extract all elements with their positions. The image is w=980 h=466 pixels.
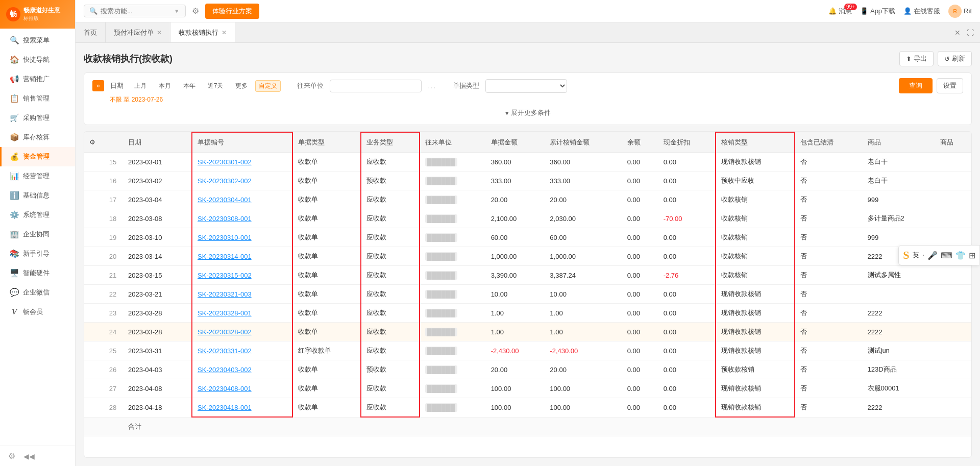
sidebar-item-purchase[interactable]: 🛒 采购管理: [0, 108, 75, 128]
expand-more-btn[interactable]: ▾ 展开更多条件: [92, 106, 963, 119]
this-year-btn[interactable]: 本年: [179, 80, 200, 92]
service-label: 在线客服: [914, 7, 940, 16]
col-header-product2: 商品: [935, 132, 971, 153]
row-bill-no[interactable]: SK-20230315-002: [192, 266, 292, 285]
table-row[interactable]: 25 2023-03-31 SK-20230331-002 红字收款单 应收款 …: [84, 341, 971, 360]
topbar-gear-icon[interactable]: ⚙: [192, 6, 199, 16]
tab-expand-icon[interactable]: ⛶: [967, 29, 974, 37]
dropdown-icon[interactable]: ▾: [175, 7, 179, 15]
sidebar-item-wechat[interactable]: 💬 企业微信: [0, 283, 75, 302]
sidebar-settings-icon[interactable]: ⚙: [8, 451, 15, 461]
tab-home[interactable]: 首页: [76, 22, 106, 42]
sidebar-item-member[interactable]: V 畅会员: [0, 302, 75, 322]
sidebar-item-basic-info[interactable]: ℹ️ 基础信息: [0, 186, 75, 205]
app-download[interactable]: 📱 App下载: [860, 7, 895, 16]
custom-tag[interactable]: 自定义: [255, 80, 281, 92]
row-bill-no[interactable]: SK-20230308-001: [192, 209, 292, 228]
sidebar-item-quick-nav[interactable]: 🏠 快捷导航: [0, 50, 75, 69]
tab-prepay-label: 预付冲应付单: [114, 28, 154, 37]
row-bill-no[interactable]: SK-20230408-001: [192, 379, 292, 398]
sidebar-item-operation[interactable]: 📊 经营管理: [0, 166, 75, 186]
tab-prepay[interactable]: 预付冲应付单 ✕: [106, 22, 170, 42]
table-row[interactable]: 15 2023-03-01 SK-20230301-002 收款单 应收款 ██…: [84, 153, 971, 171]
sidebar-collapse-icon[interactable]: ◀◀: [23, 452, 35, 460]
table-row[interactable]: 24 2023-03-28 SK-20230328-002 收款单 应收款 ██…: [84, 323, 971, 341]
row-bill-no[interactable]: SK-20230331-002: [192, 341, 292, 360]
row-bill-no[interactable]: SK-20230328-002: [192, 323, 292, 341]
row-bill-no[interactable]: SK-20230314-001: [192, 247, 292, 266]
table-row[interactable]: 28 2023-04-18 SK-20230418-001 收款单 应收款 ██…: [84, 398, 971, 418]
this-month-btn[interactable]: 本月: [154, 80, 176, 92]
sidebar-item-search[interactable]: 🔍 搜索菜单: [0, 31, 75, 50]
table-row[interactable]: 26 2023-04-03 SK-20230403-002 收款单 预收款 ██…: [84, 360, 971, 379]
gear-icon[interactable]: ⚙: [89, 138, 95, 146]
row-verify-type: 收款核销: [716, 247, 794, 266]
row-product: [863, 285, 935, 304]
row-cash-discount: 0.00: [658, 398, 716, 418]
more-btn[interactable]: 更多: [231, 80, 252, 92]
float-grid-icon[interactable]: ⊞: [969, 251, 975, 260]
row-bill-no[interactable]: SK-20230310-001: [192, 228, 292, 247]
solution-button[interactable]: 体验行业方案: [205, 4, 259, 19]
sidebar-item-enterprise[interactable]: 🏢 企业协同: [0, 225, 75, 244]
export-button[interactable]: ⬆ 导出: [899, 51, 934, 66]
table-row[interactable]: 18 2023-03-08 SK-20230308-001 收款单 应收款 ██…: [84, 209, 971, 228]
row-bill-no[interactable]: SK-20230302-002: [192, 171, 292, 190]
sidebar-item-inventory[interactable]: 📦 库存核算: [0, 128, 75, 147]
sidebar-item-system[interactable]: ⚙️ 系统管理: [0, 205, 75, 225]
main-area: 🔍 ▾ ⚙ 体验行业方案 🔔 消息 99+ 📱 App下载 👤 在线客服 R R…: [76, 0, 980, 466]
table-row[interactable]: 22 2023-03-21 SK-20230321-003 收款单 应收款 ██…: [84, 285, 971, 304]
unit-dots[interactable]: ...: [428, 82, 436, 90]
row-cash-discount: 0.00: [658, 341, 716, 360]
tab-receipt-exec[interactable]: 收款核销执行 ✕: [170, 22, 235, 42]
row-bill-no[interactable]: SK-20230403-002: [192, 360, 292, 379]
table-row[interactable]: 16 2023-03-02 SK-20230302-002 收款单 预收款 ██…: [84, 171, 971, 190]
table-row[interactable]: 17 2023-03-04 SK-20230304-001 收款单 应收款 ██…: [84, 190, 971, 209]
table-row[interactable]: 21 2023-03-15 SK-20230315-002 收款单 应收款 ██…: [84, 266, 971, 285]
last-7days-btn[interactable]: 近7天: [203, 80, 228, 92]
topbar: 🔍 ▾ ⚙ 体验行业方案 🔔 消息 99+ 📱 App下载 👤 在线客服 R R…: [76, 0, 980, 22]
table-row[interactable]: 20 2023-03-14 SK-20230314-001 收款单 应收款 ██…: [84, 247, 971, 266]
user-area[interactable]: R Rit: [948, 5, 972, 18]
float-mic-icon[interactable]: 🎤: [927, 251, 938, 260]
row-biz-type: 应收款: [361, 228, 419, 247]
row-date: 2023-03-28: [123, 323, 192, 341]
online-service[interactable]: 👤 在线客服: [903, 7, 940, 16]
table-row[interactable]: 27 2023-04-08 SK-20230408-001 收款单 应收款 ██…: [84, 379, 971, 398]
row-cumulative: 1.00: [545, 323, 622, 341]
row-cash-discount: 0.00: [658, 304, 716, 323]
row-index: 24: [103, 323, 123, 341]
col-header-gear[interactable]: ⚙: [84, 132, 103, 153]
row-unit: ██████: [420, 398, 486, 418]
sidebar-item-sales[interactable]: 📋 销售管理: [0, 89, 75, 108]
row-bill-no[interactable]: SK-20230301-002: [192, 153, 292, 171]
tab-receipt-exec-close[interactable]: ✕: [222, 29, 227, 36]
tab-prepay-close[interactable]: ✕: [157, 29, 162, 36]
footer-gear: [84, 417, 123, 436]
refresh-button[interactable]: ↺ 刷新: [938, 51, 972, 66]
table-row[interactable]: 23 2023-03-28 SK-20230328-001 收款单 应收款 ██…: [84, 304, 971, 323]
sidebar-item-finance[interactable]: 💰 资金管理: [0, 147, 75, 166]
unit-filter-input[interactable]: [330, 80, 422, 92]
row-bill-no[interactable]: SK-20230304-001: [192, 190, 292, 209]
table-row[interactable]: 19 2023-03-10 SK-20230310-001 收款单 应收款 ██…: [84, 228, 971, 247]
bill-type-select[interactable]: [485, 79, 567, 93]
filter-expand-btn[interactable]: »: [92, 80, 104, 91]
tab-close-all-icon[interactable]: ✕: [954, 29, 961, 37]
float-dot-icon[interactable]: ·: [922, 251, 924, 260]
message-badge[interactable]: 🔔 消息 99+: [828, 7, 852, 16]
float-shirt-icon[interactable]: 👕: [955, 251, 966, 260]
topbar-search-input[interactable]: [101, 7, 172, 15]
sidebar-item-guide[interactable]: 📚 新手引导: [0, 244, 75, 263]
last-month-btn[interactable]: 上月: [130, 80, 151, 92]
sidebar-item-hardware[interactable]: 🖥️ 智能硬件: [0, 263, 75, 283]
row-product: 衣服00001: [863, 379, 935, 398]
settings-button[interactable]: 设置: [937, 78, 963, 93]
tab-home-label: 首页: [84, 28, 97, 37]
float-keyboard-icon[interactable]: ⌨: [941, 251, 952, 260]
row-bill-no[interactable]: SK-20230321-003: [192, 285, 292, 304]
query-button[interactable]: 查询: [899, 78, 933, 93]
row-bill-no[interactable]: SK-20230328-001: [192, 304, 292, 323]
sidebar-item-marketing[interactable]: 📢 营销推广: [0, 69, 75, 89]
row-bill-no[interactable]: SK-20230418-001: [192, 398, 292, 418]
